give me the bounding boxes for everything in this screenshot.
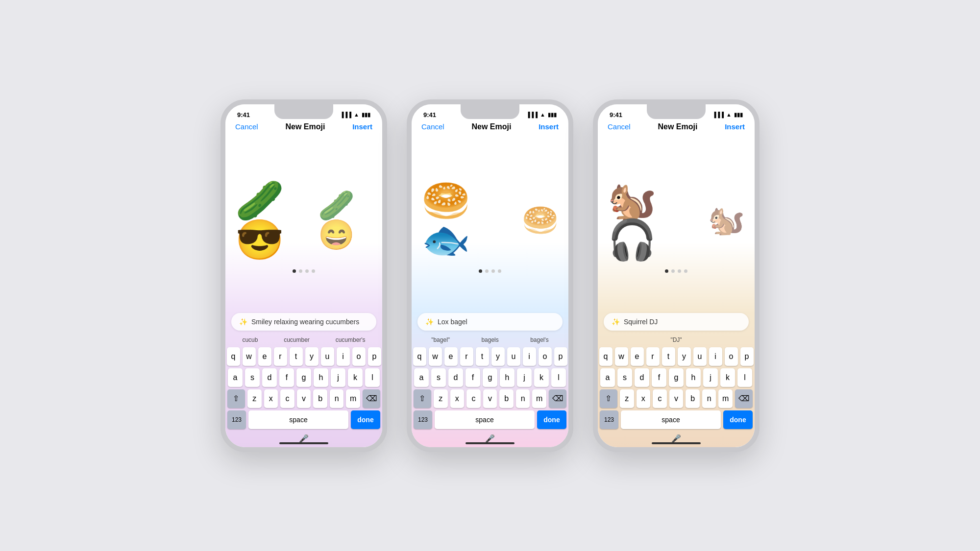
autocomplete-2b[interactable]: bagels: [477, 335, 502, 344]
num-key-2[interactable]: 123: [414, 410, 432, 429]
emoji-secondary-1[interactable]: 🥒😄: [318, 191, 372, 250]
key-2-j[interactable]: j: [517, 368, 532, 387]
autocomplete-2a[interactable]: "bagel": [427, 335, 454, 344]
input-field-1[interactable]: ✨ Smiley relaxing wearing cucumbers: [231, 313, 376, 331]
input-field-2[interactable]: ✨ Lox bagel: [417, 313, 563, 331]
key-2-w[interactable]: w: [429, 347, 442, 366]
key-3-b[interactable]: b: [686, 389, 700, 408]
num-key-1[interactable]: 123: [227, 410, 246, 429]
autocomplete-1a[interactable]: cucub: [238, 335, 262, 344]
delete-key-2[interactable]: ⌫: [549, 389, 566, 408]
key-3-n[interactable]: n: [702, 389, 716, 408]
key-s[interactable]: s: [245, 368, 260, 387]
space-key-3[interactable]: space: [621, 410, 721, 429]
cancel-button-2[interactable]: Cancel: [421, 122, 444, 131]
key-2-q[interactable]: q: [413, 347, 426, 366]
shift-key-2[interactable]: ⇧: [414, 389, 431, 408]
shift-key-1[interactable]: ⇧: [227, 389, 245, 408]
insert-button-2[interactable]: Insert: [539, 122, 559, 131]
key-2-s[interactable]: s: [431, 368, 446, 387]
emoji-secondary-2[interactable]: 🥯: [522, 206, 559, 235]
key-2-u[interactable]: u: [507, 347, 520, 366]
key-3-r[interactable]: r: [646, 347, 660, 366]
key-2-i[interactable]: i: [523, 347, 536, 366]
key-3-p[interactable]: p: [740, 347, 754, 366]
key-3-y[interactable]: y: [678, 347, 691, 366]
autocomplete-3a[interactable]: "DJ": [666, 335, 686, 344]
key-3-i[interactable]: i: [709, 347, 722, 366]
key-u[interactable]: u: [321, 347, 334, 366]
key-f[interactable]: f: [279, 368, 294, 387]
done-key-2[interactable]: done: [537, 410, 566, 429]
insert-button-1[interactable]: Insert: [352, 122, 372, 131]
key-m[interactable]: m: [346, 389, 360, 408]
key-2-l[interactable]: l: [551, 368, 566, 387]
key-2-m[interactable]: m: [532, 389, 546, 408]
key-2-r[interactable]: r: [460, 347, 473, 366]
key-2-e[interactable]: e: [444, 347, 458, 366]
emoji-main-2[interactable]: 🥯🐟: [421, 181, 512, 260]
key-b[interactable]: b: [313, 389, 327, 408]
delete-key-3[interactable]: ⌫: [735, 389, 753, 408]
done-key-1[interactable]: done: [351, 410, 380, 429]
key-o[interactable]: o: [352, 347, 366, 366]
key-n[interactable]: n: [330, 389, 344, 408]
key-2-o[interactable]: o: [539, 347, 552, 366]
key-3-h[interactable]: h: [686, 368, 701, 387]
key-3-l[interactable]: l: [737, 368, 752, 387]
key-d[interactable]: d: [262, 368, 277, 387]
key-3-a[interactable]: a: [600, 368, 615, 387]
insert-button-3[interactable]: Insert: [725, 122, 745, 131]
key-3-e[interactable]: e: [631, 347, 644, 366]
key-3-m[interactable]: m: [718, 389, 733, 408]
key-p[interactable]: p: [368, 347, 381, 366]
key-3-x[interactable]: x: [637, 389, 651, 408]
autocomplete-1c[interactable]: cucumber's: [332, 335, 369, 344]
key-2-a[interactable]: a: [414, 368, 429, 387]
key-e[interactable]: e: [258, 347, 271, 366]
key-g[interactable]: g: [296, 368, 311, 387]
key-2-n[interactable]: n: [516, 389, 530, 408]
key-l[interactable]: l: [365, 368, 380, 387]
key-2-f[interactable]: f: [466, 368, 480, 387]
key-3-g[interactable]: g: [669, 368, 684, 387]
autocomplete-1b[interactable]: cucumber: [280, 335, 314, 344]
key-3-c[interactable]: c: [653, 389, 667, 408]
key-k[interactable]: k: [348, 368, 363, 387]
key-x[interactable]: x: [264, 389, 278, 408]
key-2-d[interactable]: d: [448, 368, 463, 387]
key-2-k[interactable]: k: [534, 368, 549, 387]
key-2-y[interactable]: y: [491, 347, 505, 366]
emoji-main-1[interactable]: 🥒😎: [235, 181, 308, 260]
key-3-f[interactable]: f: [652, 368, 666, 387]
key-t[interactable]: t: [290, 347, 303, 366]
shift-key-3[interactable]: ⇧: [600, 389, 617, 408]
key-3-s[interactable]: s: [617, 368, 632, 387]
key-a[interactable]: a: [228, 368, 243, 387]
key-j[interactable]: j: [331, 368, 345, 387]
emoji-secondary-3[interactable]: 🐿️: [708, 206, 745, 235]
autocomplete-2c[interactable]: bagel's: [526, 335, 553, 344]
key-2-h[interactable]: h: [500, 368, 514, 387]
cancel-button-3[interactable]: Cancel: [608, 122, 631, 131]
key-z[interactable]: z: [247, 389, 262, 408]
key-2-x[interactable]: x: [450, 389, 465, 408]
key-r[interactable]: r: [274, 347, 287, 366]
key-v[interactable]: v: [297, 389, 311, 408]
key-3-w[interactable]: w: [615, 347, 628, 366]
cancel-button-1[interactable]: Cancel: [235, 122, 258, 131]
key-3-j[interactable]: j: [703, 368, 718, 387]
key-q[interactable]: q: [227, 347, 240, 366]
key-2-p[interactable]: p: [554, 347, 567, 366]
key-3-d[interactable]: d: [635, 368, 649, 387]
key-w[interactable]: w: [243, 347, 256, 366]
key-3-v[interactable]: v: [669, 389, 684, 408]
num-key-3[interactable]: 123: [600, 410, 618, 429]
key-2-b[interactable]: b: [499, 389, 514, 408]
key-c[interactable]: c: [280, 389, 294, 408]
key-3-u[interactable]: u: [693, 347, 707, 366]
key-2-g[interactable]: g: [483, 368, 497, 387]
key-3-k[interactable]: k: [720, 368, 735, 387]
input-field-3[interactable]: ✨ Squirrel DJ: [604, 313, 749, 331]
space-key-2[interactable]: space: [435, 410, 535, 429]
